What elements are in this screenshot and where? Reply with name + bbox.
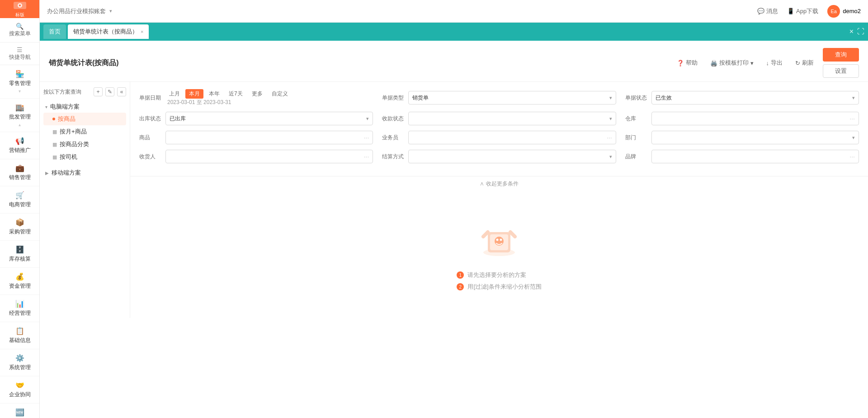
retail-icon: 🏪	[15, 70, 24, 78]
doc-status-control[interactable]: 已生效 ▾	[651, 91, 859, 104]
date-tab-custom[interactable]: 自定义	[268, 89, 292, 99]
sales-icon: 💼	[15, 164, 24, 172]
scheme-add-button[interactable]: +	[94, 87, 103, 96]
header-left: 办公用品行业模拟账套 ▾	[47, 7, 112, 15]
basic-icon: 📋	[15, 327, 24, 335]
industry-dropdown-arrow[interactable]: ▾	[109, 8, 112, 14]
export-button[interactable]: ↓ 导出	[763, 57, 787, 69]
scheme-item-by-driver[interactable]: ▦ 按司机	[43, 151, 126, 163]
dept-dropdown-arrow: ▾	[852, 135, 855, 141]
warehouse-label: 仓库	[625, 115, 648, 123]
tab-bar: 首页 销货单统计表（按商品） × × ⛶	[40, 23, 868, 41]
dept-control[interactable]: ▾	[651, 131, 859, 144]
date-tab-last-month[interactable]: 上月	[165, 89, 184, 99]
doc-type-dropdown-arrow: ▾	[609, 95, 612, 101]
sidebar-item-system[interactable]: ⚙️ 系统管理	[0, 349, 39, 376]
date-tab-this-year[interactable]: 本年	[205, 89, 223, 99]
goods-more-icon[interactable]: ···	[364, 134, 369, 141]
sidebar-item-retail[interactable]: 🏪 零售管理 ▾	[0, 65, 39, 99]
sidebar-item-operation[interactable]: 📊 经营管理	[0, 295, 39, 322]
warehouse-control[interactable]: ···	[651, 112, 859, 125]
scheme-panel: 按以下方案查询 + ✎ « ▾ 电脑端方案	[40, 82, 130, 318]
tip-2-text: 用[过滤]条件来缩小分析范围	[467, 283, 541, 291]
brand-control[interactable]: ···	[651, 150, 859, 163]
scheme-edit-button[interactable]: ✎	[105, 87, 114, 96]
query-button[interactable]: 查询	[823, 48, 859, 62]
sidebar-item-wholesale[interactable]: 🏬 批发管理 ▴	[0, 99, 39, 132]
goods-control[interactable]: ···	[165, 131, 373, 144]
filter-collect-status: 收款状态 ▾	[382, 112, 616, 125]
scheme-item-by-goods[interactable]: 按商品	[43, 113, 126, 125]
doc-type-value: 销货单	[412, 94, 609, 102]
print-button[interactable]: 🖨️ 按模板打印 ▾	[707, 57, 757, 69]
tab-maximize-icon[interactable]: ⛶	[857, 28, 864, 36]
date-tab-this-month[interactable]: 本月	[185, 89, 203, 99]
sidebar-item-marketing[interactable]: 📢 营销推广	[0, 132, 39, 159]
chevron-up-icon: ▴	[19, 122, 21, 127]
sidebar: 标版 🔍 搜索菜单 ☰ 快捷导航 🏪 零售管理 ▾ 🏬 批发管理 ▴ 📢 营销推…	[0, 0, 40, 418]
sidebar-item-guide[interactable]: 🆕 新手引导	[0, 404, 39, 418]
operation-icon: 📊	[15, 299, 24, 308]
quick-nav[interactable]: ☰ 快捷导航	[0, 43, 39, 65]
app-download-button[interactable]: 📱 App下载	[787, 7, 818, 15]
svg-point-8	[500, 239, 502, 241]
receiver-more-icon[interactable]: ···	[364, 153, 369, 160]
message-button[interactable]: 💬 消息	[757, 7, 778, 15]
doc-type-control[interactable]: 销货单 ▾	[408, 91, 616, 104]
tab-bar-right: × ⛶	[849, 28, 864, 36]
out-status-label: 出库状态	[139, 115, 162, 123]
scheme-collapse-button[interactable]: «	[117, 87, 126, 96]
sidebar-item-inventory[interactable]: 🗄️ 库存核算	[0, 241, 39, 268]
payment-control[interactable]: ▾	[408, 150, 616, 163]
collect-status-control[interactable]: ▾	[408, 112, 616, 125]
scheme-item-by-category[interactable]: ▦ 按商品分类	[43, 138, 126, 151]
salesman-label: 业务员	[382, 134, 405, 142]
help-button[interactable]: ❓ 帮助	[673, 57, 701, 69]
sidebar-item-cooperation[interactable]: 🤝 企业协同	[0, 376, 39, 404]
tab-minimize-icon[interactable]: ×	[849, 28, 854, 36]
filter-warehouse: 仓库 ···	[625, 112, 859, 125]
scheme-item-by-month-goods[interactable]: ▦ 按月+商品	[43, 125, 126, 138]
main-area: 办公用品行业模拟账套 ▾ 💬 消息 📱 App下载 Ea demo2 首页 销货…	[40, 0, 868, 418]
collapse-button[interactable]: ∧ 收起更多条件	[130, 176, 868, 191]
sidebar-item-sales[interactable]: 💼 销售管理	[0, 159, 39, 186]
search-menu[interactable]: 🔍 搜索菜单	[0, 18, 39, 43]
industry-label[interactable]: 办公用品行业模拟账套	[47, 7, 106, 15]
tip-1-number: 1	[457, 271, 464, 279]
setting-button[interactable]: 设置	[823, 64, 859, 78]
sidebar-item-finance[interactable]: 💰 资金管理	[0, 268, 39, 295]
empty-tips: 1 请先选择要分析的方案 2 用[过滤]条件来缩小分析范围	[457, 271, 541, 291]
warehouse-more-icon[interactable]: ···	[849, 115, 855, 122]
user-info[interactable]: Ea demo2	[827, 5, 861, 18]
sidebar-item-ecommerce[interactable]: 🛒 电商管理	[0, 186, 39, 214]
sidebar-item-basic[interactable]: 📋 基础信息	[0, 322, 39, 349]
scheme-group-mobile: ▶ 移动端方案	[43, 167, 126, 179]
collect-status-label: 收款状态	[382, 115, 405, 123]
print-icon: 🖨️	[710, 60, 717, 66]
tab-active[interactable]: 销货单统计表（按商品） ×	[68, 24, 149, 39]
collect-status-dropdown-arrow: ▾	[609, 116, 612, 122]
salesman-control[interactable]: ···	[408, 131, 616, 144]
date-tab-7days[interactable]: 近7天	[225, 89, 246, 99]
scheme-group-pc-title[interactable]: ▾ 电脑端方案	[43, 101, 126, 113]
brand-more-icon[interactable]: ···	[849, 153, 855, 160]
payment-dropdown-arrow: ▾	[609, 154, 612, 160]
export-icon: ↓	[766, 60, 769, 66]
tab-close-icon[interactable]: ×	[141, 29, 143, 34]
finance-icon: 💰	[15, 272, 24, 281]
app-download-icon: 📱	[787, 8, 794, 14]
top-header: 办公用品行业模拟账套 ▾ 💬 消息 📱 App下载 Ea demo2	[40, 0, 868, 23]
print-dropdown-arrow[interactable]: ▾	[750, 60, 754, 66]
out-status-control[interactable]: 已出库 ▾	[165, 112, 373, 125]
out-status-value: 已出库	[170, 115, 366, 123]
filter-doc-type: 单据类型 销货单 ▾	[382, 89, 616, 106]
scheme-group-mobile-title[interactable]: ▶ 移动端方案	[43, 167, 126, 179]
receiver-control[interactable]: ···	[165, 150, 373, 163]
sidebar-item-purchase[interactable]: 📦 采购管理	[0, 214, 39, 241]
tab-home[interactable]: 首页	[43, 24, 66, 39]
message-icon: 💬	[757, 8, 764, 14]
date-tab-more[interactable]: 更多	[248, 89, 266, 99]
salesman-more-icon[interactable]: ···	[607, 134, 612, 141]
date-range-text: 2023-03-01 至 2023-03-31	[167, 99, 373, 106]
refresh-button[interactable]: ↻ 刷新	[792, 57, 817, 69]
